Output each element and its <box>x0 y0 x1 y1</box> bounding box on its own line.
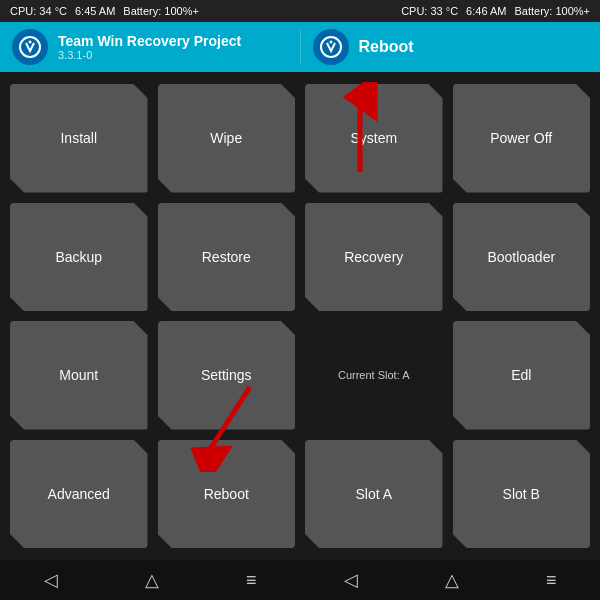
svg-point-0 <box>20 37 40 57</box>
header-left: Team Win Recovery Project 3.3.1-0 <box>0 29 300 65</box>
svg-point-2 <box>321 37 341 57</box>
nav-back-2[interactable]: ◁ <box>344 569 358 591</box>
bootloader-button[interactable]: Bootloader <box>453 203 591 312</box>
status-left: CPU: 34 °C 6:45 AM Battery: 100%+ <box>10 5 199 17</box>
time-left: 6:45 AM <box>75 5 115 17</box>
battery-left: Battery: 100%+ <box>123 5 199 17</box>
reboot-logo-icon <box>313 29 349 65</box>
backup-button[interactable]: Backup <box>10 203 148 312</box>
header-title-block: Team Win Recovery Project 3.3.1-0 <box>58 33 241 62</box>
nav-menu-2[interactable]: ≡ <box>546 570 557 591</box>
cpu-right: CPU: 33 °C <box>401 5 458 17</box>
header: Team Win Recovery Project 3.3.1-0 Reboot <box>0 22 600 72</box>
mount-button[interactable]: Mount <box>10 321 148 430</box>
status-bar: CPU: 34 °C 6:45 AM Battery: 100%+ CPU: 3… <box>0 0 600 22</box>
settings-button[interactable]: Settings <box>158 321 296 430</box>
logo-icon <box>12 29 48 65</box>
battery-right: Battery: 100%+ <box>514 5 590 17</box>
system-button[interactable]: System <box>305 84 443 193</box>
reboot-header-title: Reboot <box>359 38 414 56</box>
slot-a-button[interactable]: Slot A <box>305 440 443 549</box>
nav-bar: ◁ △ ≡ ◁ △ ≡ <box>0 560 600 600</box>
edl-button[interactable]: Edl <box>453 321 591 430</box>
wipe-button[interactable]: Wipe <box>158 84 296 193</box>
nav-menu-1[interactable]: ≡ <box>246 570 257 591</box>
app-title: Team Win Recovery Project <box>58 33 241 50</box>
svg-point-1 <box>29 41 32 44</box>
main-grid: Install Wipe System Power Off Backup Res… <box>0 72 600 560</box>
time-right: 6:46 AM <box>466 5 506 17</box>
power-off-button[interactable]: Power Off <box>453 84 591 193</box>
recovery-button[interactable]: Recovery <box>305 203 443 312</box>
svg-point-3 <box>329 41 332 44</box>
restore-button[interactable]: Restore <box>158 203 296 312</box>
nav-home-1[interactable]: △ <box>145 569 159 591</box>
current-slot-area: Current Slot: A <box>305 321 443 430</box>
install-button[interactable]: Install <box>10 84 148 193</box>
current-slot-text: Current Slot: A <box>338 369 410 381</box>
slot-b-button[interactable]: Slot B <box>453 440 591 549</box>
cpu-left: CPU: 34 °C <box>10 5 67 17</box>
header-right: Reboot <box>300 29 601 65</box>
nav-back-1[interactable]: ◁ <box>44 569 58 591</box>
app-version: 3.3.1-0 <box>58 49 241 61</box>
advanced-button[interactable]: Advanced <box>10 440 148 549</box>
reboot-button[interactable]: Reboot <box>158 440 296 549</box>
status-right: CPU: 33 °C 6:46 AM Battery: 100%+ <box>401 5 590 17</box>
nav-home-2[interactable]: △ <box>445 569 459 591</box>
